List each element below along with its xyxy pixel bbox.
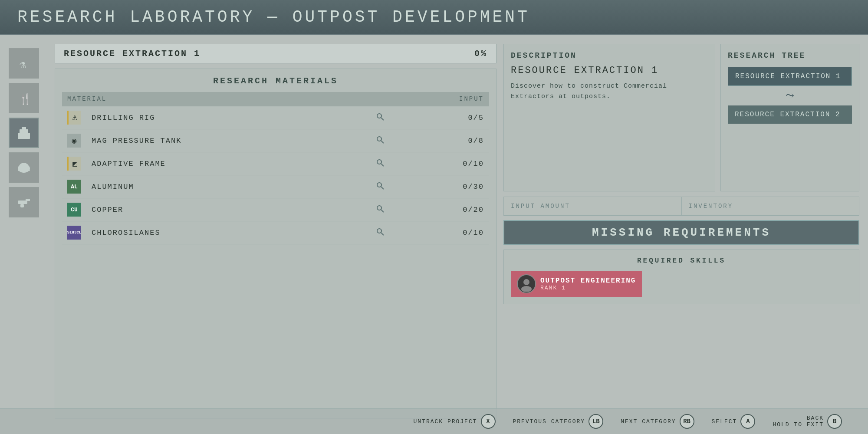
mat-icon-cell: ◩ [62, 152, 86, 175]
col-input: INPUT [390, 92, 489, 106]
skill-avatar [517, 274, 536, 293]
description-panel: DESCRIPTION RESOURCE EXTRACTION 1 Discov… [503, 44, 715, 191]
mat-icon-mag-pressure-tank: ◉ [67, 134, 81, 148]
nav-helmet[interactable] [9, 152, 39, 183]
mat-name: COPPER [92, 206, 123, 214]
svg-point-12 [377, 114, 381, 118]
description-research-name: RESOURCE EXTRACTION 1 [511, 65, 708, 76]
svg-rect-9 [18, 201, 27, 204]
description-text: Discover how to construct Commercial Ext… [511, 81, 708, 102]
svg-line-13 [381, 118, 384, 120]
required-skills-panel: REQUIRED SKILLS OUTPOST ENGINEERING RANK… [503, 250, 859, 304]
mat-name: MAG PRESSURE TANK [92, 137, 181, 145]
mat-icon-cell: CU [62, 198, 86, 221]
mat-input-value: 0/5 [390, 106, 489, 129]
mat-search-btn[interactable] [371, 129, 390, 152]
mat-icon-adaptive-frame: ◩ [67, 157, 81, 171]
mat-name-cell: ALUMINUM [86, 175, 371, 198]
skill-badge: OUTPOST ENGINEERING RANK 1 [511, 271, 642, 297]
svg-line-21 [381, 210, 384, 212]
nav-building[interactable] [9, 118, 39, 148]
center-content: RESOURCE EXTRACTION 1 0% RESEARCH MATERI… [55, 44, 496, 419]
tree-arrow: ⤳ [728, 89, 852, 102]
btn-x[interactable]: X [481, 414, 496, 429]
nav-food[interactable]: 🍴 [9, 83, 39, 113]
main-layout: ⚗ 🍴 [0, 35, 868, 427]
right-section: DESCRIPTION RESOURCE EXTRACTION 1 Discov… [503, 44, 859, 419]
skill-name: OUTPOST ENGINEERING [540, 277, 636, 285]
bottom-nav-bar: UNTRACK PROJECT X PREVIOUS CATEGORY LB N… [0, 408, 868, 434]
btn-a[interactable]: A [740, 414, 755, 429]
svg-line-15 [381, 141, 384, 143]
svg-rect-10 [26, 199, 30, 201]
nav-prev-category[interactable]: PREVIOUS CATEGORY LB [513, 414, 604, 429]
svg-text:🍴: 🍴 [19, 92, 32, 105]
col-search [371, 92, 390, 106]
mat-search-btn[interactable] [371, 198, 390, 221]
svg-point-22 [377, 229, 381, 233]
skill-info: OUTPOST ENGINEERING RANK 1 [540, 277, 636, 291]
tree-item-1[interactable]: RESOURCE EXTRACTION 2 [728, 105, 852, 124]
mat-icon-chlorosilanes: SIH3CL [67, 226, 81, 240]
mat-icon-copper: CU [67, 203, 81, 217]
col-material: MATERIAL [62, 92, 371, 106]
table-row: SIH3CL CHLOROSILANES 0/10 [62, 221, 489, 244]
table-row: AL ALUMINUM 0/30 [62, 175, 489, 198]
btn-rb[interactable]: RB [680, 414, 694, 429]
mat-search-btn[interactable] [371, 175, 390, 198]
mat-search-btn[interactable] [371, 221, 390, 244]
btn-lb[interactable]: LB [589, 414, 603, 429]
table-row: ◩ ADAPTIVE FRAME 0/10 [62, 152, 489, 175]
mat-input-value: 0/10 [390, 152, 489, 175]
mat-name-cell: DRILLING RIG [86, 106, 371, 129]
nav-untrack[interactable]: UNTRACK PROJECT X [413, 414, 495, 429]
mat-icon-cell: ⚓ [62, 106, 86, 129]
svg-rect-8 [18, 169, 30, 171]
mat-name: ALUMINUM [92, 183, 134, 191]
top-panels: DESCRIPTION RESOURCE EXTRACTION 1 Discov… [503, 44, 859, 191]
nav-back[interactable]: BACK HOLD TO EXIT B [773, 414, 842, 429]
svg-line-17 [381, 164, 384, 166]
nav-next-category[interactable]: NEXT CATEGORY RB [621, 414, 694, 429]
nav-weapon[interactable] [9, 187, 39, 217]
svg-point-24 [523, 279, 529, 285]
table-row: ◉ MAG PRESSURE TANK 0/8 [62, 129, 489, 152]
mat-name-cell: MAG PRESSURE TANK [86, 129, 371, 152]
progress-label: RESOURCE EXTRACTION 1 [64, 49, 466, 59]
mat-search-btn[interactable] [371, 106, 390, 129]
btn-b[interactable]: B [827, 414, 842, 429]
inventory-label: INVENTORY [682, 197, 859, 215]
nav-select[interactable]: SELECT A [712, 414, 756, 429]
svg-point-25 [521, 286, 532, 292]
svg-rect-4 [22, 127, 26, 130]
mat-search-btn[interactable] [371, 152, 390, 175]
mat-input-value: 0/30 [390, 175, 489, 198]
svg-line-19 [381, 187, 384, 189]
input-inventory-row: INPUT AMOUNT INVENTORY [503, 197, 859, 216]
mat-icon-cell: SIH3CL [62, 221, 86, 244]
mat-name: ADAPTIVE FRAME [92, 160, 166, 168]
mat-input-value: 0/8 [390, 129, 489, 152]
svg-point-14 [377, 137, 381, 141]
svg-point-20 [377, 206, 381, 210]
materials-table: MATERIAL INPUT ⚓ DRILLING RIG 0/5 ◉ MA [62, 92, 489, 244]
header-bar: RESEARCH LABORATORY — OUTPOST DEVELOPMEN… [0, 0, 868, 35]
description-title: DESCRIPTION [511, 51, 708, 60]
required-skills-title: REQUIRED SKILLS [511, 257, 852, 265]
research-tree-title: RESEARCH TREE [728, 51, 852, 60]
page-title: RESEARCH LABORATORY — OUTPOST DEVELOPMEN… [17, 8, 530, 26]
mat-icon-cell: AL [62, 175, 86, 198]
mat-icon-aluminum: AL [67, 180, 81, 194]
materials-panel: RESEARCH MATERIALS MATERIAL INPUT ⚓ DRIL… [55, 69, 496, 419]
bottom-panels: INPUT AMOUNT INVENTORY MISSING REQUIREME… [503, 197, 859, 304]
skill-rank: RANK 1 [540, 285, 636, 291]
tree-item-0[interactable]: RESOURCE EXTRACTION 1 [728, 67, 852, 86]
progress-row: RESOURCE EXTRACTION 1 0% [55, 44, 496, 63]
table-row: ⚓ DRILLING RIG 0/5 [62, 106, 489, 129]
nav-flask[interactable]: ⚗ [9, 48, 39, 79]
table-header-row: MATERIAL INPUT [62, 92, 489, 106]
materials-header: RESEARCH MATERIALS [62, 76, 489, 86]
svg-line-23 [381, 233, 384, 235]
mat-icon-drilling-rig: ⚓ [67, 111, 81, 125]
mat-name: CHLOROSILANES [92, 229, 161, 237]
